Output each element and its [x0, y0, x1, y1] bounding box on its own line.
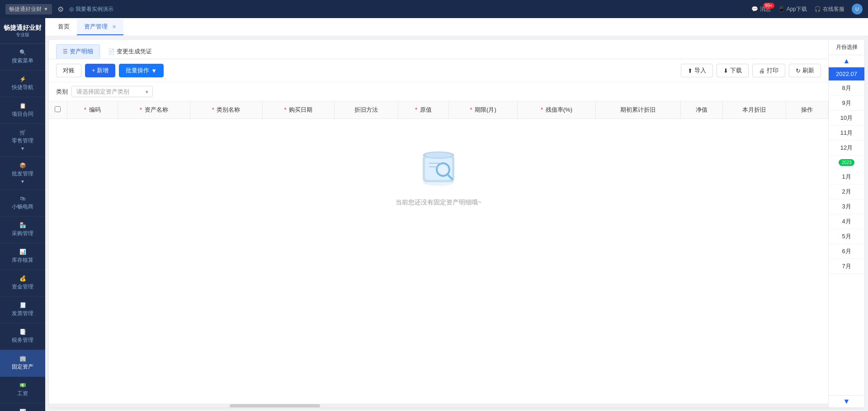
app-download-button[interactable]: 📱 App下载: [778, 5, 807, 13]
sidebar-item-search[interactable]: 🔍 搜索菜单: [0, 44, 45, 71]
doc-icon: 📄: [108, 48, 115, 55]
tab-home[interactable]: 首页: [51, 19, 77, 35]
month-panel-title: 月份选择: [836, 44, 858, 50]
sub-tab-asset-detail[interactable]: ☰ 资产明细: [56, 44, 100, 59]
category-filter: 类别 请选择固定资产类别: [49, 82, 828, 101]
message-icon: 💬: [751, 6, 758, 12]
batch-button[interactable]: 批量操作 ▼: [119, 64, 164, 77]
print-label: 打印: [767, 66, 778, 75]
sidebar-item-invoice[interactable]: 🧾 发票管理: [0, 297, 45, 323]
top-bar-left: 畅捷通好业财 ▼ ⚙ ◎ 我要看实例演示: [5, 3, 751, 15]
purchase-icon: 🏪: [19, 222, 26, 228]
empty-state-icon: [411, 146, 466, 191]
wholesale-arrow-icon: ▼: [20, 179, 25, 184]
month-item-3[interactable]: 3月: [829, 199, 864, 214]
ecommerce-icon: 🛍: [20, 195, 25, 202]
th-net-value: 净值: [680, 101, 722, 119]
month-panel-header: 月份选择: [829, 40, 864, 55]
month-item-8[interactable]: 8月: [829, 81, 864, 96]
sidebar-item-inventory[interactable]: 📊 库存核算: [0, 243, 45, 270]
th-purchase-date: * 购买日期: [262, 101, 335, 119]
sidebar-logo: 畅捷通好业财 专业版: [0, 18, 45, 44]
sidebar-item-ecommerce[interactable]: 🛍 小畅电商: [0, 190, 45, 217]
month-item-9[interactable]: 9月: [829, 96, 864, 111]
online-service-label: 在线客服: [823, 5, 844, 13]
current-year-month: 2022.07: [836, 71, 857, 77]
demo-link[interactable]: ◎ 我要看实例演示: [69, 5, 113, 13]
select-all-checkbox[interactable]: [55, 106, 61, 112]
refresh-button[interactable]: ↻ 刷新: [789, 64, 821, 77]
salary-icon: 💵: [19, 382, 26, 388]
sidebar-item-purchase[interactable]: 🏪 采购管理: [0, 217, 45, 243]
sidebar-item-retail[interactable]: 🛒 零售管理 ▼: [0, 124, 45, 157]
search-icon: 🔍: [19, 49, 26, 56]
sidebar-item-wholesale[interactable]: 📦 批发管理 ▼: [0, 157, 45, 190]
category-select[interactable]: 请选择固定资产类别: [71, 86, 153, 97]
month-panel-collapse-up[interactable]: ▲: [843, 57, 850, 65]
sub-tab-change-voucher[interactable]: 📄 变更生成凭证: [102, 45, 158, 58]
sidebar-item-quick-nav[interactable]: ⚡ 快捷导航: [0, 71, 45, 97]
scrollbar-thumb[interactable]: [230, 404, 320, 407]
month-item-current[interactable]: 2022.07: [829, 67, 864, 81]
tax-icon: 📑: [19, 329, 26, 335]
import-button[interactable]: ⬆ 导入: [681, 64, 713, 77]
month-item-6[interactable]: 6月: [829, 244, 864, 259]
sidebar-item-salary[interactable]: 💵 工资: [0, 377, 45, 403]
month-panel-collapse-down[interactable]: ▼: [843, 397, 850, 406]
th-depreciation-method: 折旧方法: [335, 101, 398, 119]
sidebar-label-wholesale: 批发管理: [12, 170, 33, 178]
sidebar-label-tax: 税务管理: [12, 336, 33, 344]
month-item-10[interactable]: 10月: [829, 111, 864, 126]
batch-dropdown-icon: ▼: [151, 67, 157, 74]
month-item-12[interactable]: 12月: [829, 141, 864, 156]
project-icon: 📋: [19, 103, 26, 109]
sidebar-item-project[interactable]: 📋 项目合同: [0, 97, 45, 124]
print-button[interactable]: 🖨 打印: [752, 64, 785, 77]
category-select-wrapper: 请选择固定资产类别: [71, 86, 153, 97]
settings-button[interactable]: ⚙: [56, 3, 66, 15]
sidebar-item-finance[interactable]: 💰 资金管理: [0, 270, 45, 297]
download-button[interactable]: ⬇ 下载: [717, 64, 749, 77]
page-content: ☰ 资产明细 📄 变更生成凭证 对账 + 新增: [49, 40, 864, 407]
download-icon: ⬇: [723, 67, 728, 74]
th-residual-rate: * 残值率(%): [518, 101, 596, 119]
month-item-4[interactable]: 4月: [829, 214, 864, 229]
refresh-icon: ↻: [796, 67, 801, 74]
print-icon: 🖨: [759, 67, 765, 74]
headset-icon: 🎧: [814, 6, 821, 12]
month-item-5[interactable]: 5月: [829, 229, 864, 244]
month-item-7[interactable]: 7月: [829, 259, 864, 274]
sidebar-item-tax[interactable]: 📑 税务管理: [0, 323, 45, 350]
month-item-2[interactable]: 2月: [829, 184, 864, 199]
month-item-1[interactable]: 1月: [829, 170, 864, 184]
operations-icon: 📈: [19, 409, 26, 411]
sidebar-label-ecommerce: 小畅电商: [12, 203, 33, 211]
sub-tab-change-voucher-label: 变更生成凭证: [117, 47, 152, 56]
message-button[interactable]: 💬 消息 99+: [751, 5, 771, 13]
th-name: * 资产名称: [118, 101, 190, 119]
sidebar-label-project: 项目合同: [12, 110, 33, 118]
tab-close-icon[interactable]: ✕: [112, 24, 116, 29]
sidebar: 畅捷通好业财 专业版 🔍 搜索菜单 ⚡ 快捷导航 📋 项目合同 🛒 零售管理 ▼…: [0, 18, 45, 411]
online-service-button[interactable]: 🎧 在线客服: [814, 5, 844, 13]
tab-asset-mgmt[interactable]: 资产管理 ✕: [77, 19, 123, 35]
main-layout: 畅捷通好业财 专业版 🔍 搜索菜单 ⚡ 快捷导航 📋 项目合同 🛒 零售管理 ▼…: [0, 18, 868, 411]
user-menu[interactable]: U: [852, 4, 863, 14]
tab-home-label: 首页: [58, 23, 70, 30]
sidebar-item-operations[interactable]: 📈 经营管理: [0, 403, 45, 411]
sidebar-label-search: 搜索菜单: [12, 57, 33, 65]
import-label: 导入: [694, 66, 706, 75]
refresh-label: 刷新: [802, 66, 814, 75]
main-panel: ☰ 资产明细 📄 变更生成凭证 对账 + 新增: [49, 40, 828, 407]
month-item-11[interactable]: 11月: [829, 126, 864, 141]
sidebar-item-fixed-assets[interactable]: 🏢 固定资产: [0, 350, 45, 377]
svg-rect-2: [425, 157, 452, 180]
app-download-label: App下载: [787, 5, 807, 13]
company-selector[interactable]: 畅捷通好业财 ▼: [5, 4, 52, 14]
category-label: 类别: [56, 88, 68, 96]
horizontal-scrollbar[interactable]: [49, 404, 828, 407]
top-bar: 畅捷通好业财 ▼ ⚙ ◎ 我要看实例演示 💬 消息 99+ 📱 App下载 🎧 …: [0, 0, 868, 18]
reconcile-button[interactable]: 对账: [56, 64, 81, 77]
top-bar-right: 💬 消息 99+ 📱 App下载 🎧 在线客服 U: [751, 4, 863, 14]
add-button[interactable]: + 新增: [85, 64, 115, 77]
